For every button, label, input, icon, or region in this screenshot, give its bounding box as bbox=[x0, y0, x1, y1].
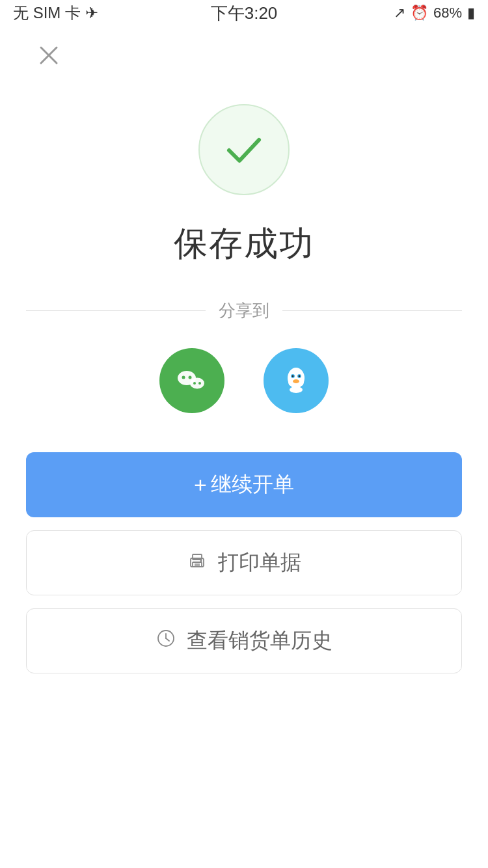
status-left: 无 SIM 卡 ✈ bbox=[13, 3, 98, 23]
share-section: 分享到 bbox=[26, 299, 462, 413]
qq-share-button[interactable] bbox=[264, 348, 329, 413]
svg-point-7 bbox=[198, 382, 201, 385]
svg-point-15 bbox=[293, 379, 299, 383]
svg-line-25 bbox=[166, 638, 169, 641]
battery-icon: ▮ bbox=[467, 5, 475, 21]
continue-button[interactable]: + 继续开单 bbox=[26, 452, 462, 517]
svg-point-9 bbox=[288, 378, 293, 386]
close-icon bbox=[39, 46, 59, 65]
share-label: 分享到 bbox=[219, 299, 269, 322]
checkmark-icon bbox=[221, 127, 267, 172]
print-button[interactable]: 打印单据 bbox=[26, 530, 462, 595]
main-content: 保存成功 分享到 bbox=[0, 26, 488, 868]
buttons-section: + 继续开单 打印单据 bbox=[26, 452, 462, 673]
svg-point-10 bbox=[299, 378, 304, 386]
divider-right bbox=[282, 310, 462, 311]
svg-point-22 bbox=[200, 560, 202, 562]
wechat-share-button[interactable] bbox=[159, 348, 224, 413]
qq-icon bbox=[277, 361, 316, 400]
continue-button-label: 继续开单 bbox=[211, 470, 294, 499]
battery-text: 68% bbox=[433, 5, 462, 21]
no-sim-text: 无 SIM 卡 ✈ bbox=[13, 3, 98, 23]
alarm-icon: ⏰ bbox=[411, 5, 428, 21]
share-icons-row bbox=[159, 348, 329, 413]
history-icon bbox=[156, 628, 176, 654]
print-button-label: 打印单据 bbox=[218, 549, 301, 577]
divider-left bbox=[26, 310, 206, 311]
svg-point-16 bbox=[290, 387, 303, 393]
status-right: ↗ ⏰ 68% ▮ bbox=[394, 5, 475, 21]
svg-point-3 bbox=[182, 376, 185, 379]
continue-plus-icon: + bbox=[194, 472, 207, 498]
svg-point-14 bbox=[299, 375, 301, 377]
svg-point-13 bbox=[292, 375, 294, 377]
svg-point-5 bbox=[190, 378, 204, 389]
status-time: 下午3:20 bbox=[211, 2, 278, 25]
svg-point-6 bbox=[193, 382, 196, 385]
success-title: 保存成功 bbox=[174, 221, 314, 267]
status-bar: 无 SIM 卡 ✈ 下午3:20 ↗ ⏰ 68% ▮ bbox=[0, 0, 488, 26]
wechat-icon bbox=[172, 361, 211, 400]
location-icon: ↗ bbox=[394, 5, 405, 21]
share-divider: 分享到 bbox=[26, 299, 462, 322]
print-icon bbox=[187, 550, 208, 576]
svg-point-4 bbox=[189, 376, 192, 379]
history-button[interactable]: 查看销货单历史 bbox=[26, 608, 462, 673]
history-button-label: 查看销货单历史 bbox=[187, 627, 332, 655]
close-button[interactable] bbox=[33, 39, 65, 72]
close-button-row bbox=[26, 26, 462, 98]
success-circle bbox=[198, 104, 290, 195]
